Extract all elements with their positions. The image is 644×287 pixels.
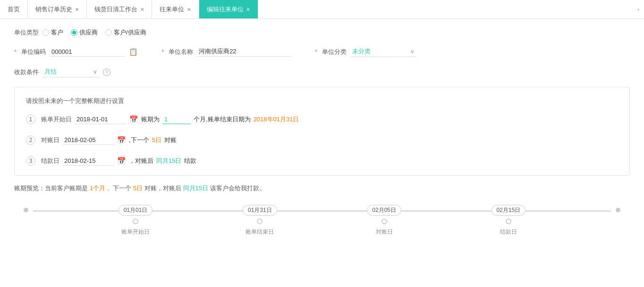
unit-category-select[interactable]: 未分类 ∨: [350, 46, 416, 57]
num-row-1: 1 账单开始日 📅 账期为 个月,账单结束日期为 2018年01月31日: [26, 115, 618, 124]
row1-period-input[interactable]: [162, 115, 191, 124]
tab-cash-workbench-label: 钱货日清工作台: [94, 5, 137, 14]
tab-sales-order[interactable]: 销售订单历史 ×: [28, 0, 87, 18]
row-content-2: 对账日 📅 ,下一个 5日 对账: [41, 135, 177, 145]
timeline-point-1: 01月01日 账单开始日: [119, 205, 153, 236]
row1-period-end: 2018年01月31日: [254, 115, 299, 124]
tab-cash-workbench-close[interactable]: ×: [140, 6, 144, 13]
form-row-unit-info: * 单位编码 📋 * 单位名称 * 单位分类 未分类 ∨: [14, 46, 630, 57]
timeline-label-4: 结款日: [500, 228, 517, 236]
timeline-dot-2: [257, 219, 263, 224]
form-group-unit-code: * 单位编码 📋: [14, 47, 138, 57]
unit-category-value: 未分类: [352, 47, 408, 56]
tab-edit-partner[interactable]: 编辑往来单位 ×: [199, 0, 258, 18]
timeline-points: 01月01日 账单开始日 01月31日 账单结束日 02月05日 对账日 02月…: [24, 205, 620, 236]
preview-prefix: 账期预览：当前客户账期是: [14, 185, 88, 192]
tab-expand-button[interactable]: ›: [633, 0, 644, 18]
radio-customer-supplier-circle: [105, 29, 112, 36]
timeline-label-3: 对账日: [376, 228, 393, 236]
radio-supplier[interactable]: 供应商: [71, 28, 98, 37]
payment-terms-chevron-icon: ∨: [93, 68, 97, 75]
preview-text1: 下一个: [113, 185, 131, 192]
row1-period-label: 账期为: [141, 115, 160, 124]
tab-sales-order-label: 销售订单历史: [35, 5, 72, 14]
preview-text: 账期预览：当前客户账期是 1个月， 下一个 5日 对账，对账后 同月15日 该客…: [14, 183, 630, 194]
unit-code-input[interactable]: [50, 47, 125, 57]
timeline-point-4: 02月15日 结款日: [491, 205, 526, 236]
tab-partner-units-close[interactable]: ×: [187, 6, 191, 13]
unit-code-calendar-icon[interactable]: 📋: [129, 48, 138, 56]
form-row-payment-terms: 收款条件 月结 ∨ ?: [14, 67, 630, 77]
form-group-unit-name: * 单位名称: [161, 47, 291, 57]
timeline-label-1: 账单开始日: [121, 228, 150, 236]
tab-cash-workbench[interactable]: 钱货日清工作台 ×: [87, 0, 152, 18]
row-num-1: 1: [26, 115, 35, 124]
tab-home-label: 首页: [8, 5, 20, 14]
timeline-pill-2: 01月31日: [243, 205, 277, 216]
timeline-dot-4: [506, 219, 511, 224]
radio-customer[interactable]: 客户: [42, 28, 63, 37]
form-row-unit-type: 单位类型 客户 供应商 客户/供应商: [14, 28, 630, 37]
form-group-payment-terms: 收款条件 月结 ∨ ?: [14, 67, 110, 77]
radio-supplier-label: 供应商: [79, 28, 98, 37]
row1-label: 账单开始日: [41, 115, 72, 124]
timeline-pill-1: 01月01日: [119, 205, 153, 216]
tab-edit-partner-close[interactable]: ×: [246, 6, 250, 13]
row-content-3: 结款日 📅 ，对账后 同月15日 结款: [41, 156, 196, 166]
tab-partner-units[interactable]: 往来单位 ×: [152, 0, 199, 18]
form-group-unit-category: * 单位分类 未分类 ∨: [315, 46, 416, 57]
row3-date-input[interactable]: [62, 156, 114, 166]
row1-date-input[interactable]: [75, 115, 127, 124]
main-content: 单位类型 客户 供应商 客户/供应商 * 单位编码: [0, 19, 644, 287]
radio-supplier-circle: [71, 29, 77, 36]
row-content-1: 账单开始日 📅 账期为 个月,账单结束日期为 2018年01月31日: [41, 115, 299, 124]
tab-bar: 首页 销售订单历史 × 钱货日清工作台 × 往来单位 × 编辑往来单位 × ›: [0, 0, 644, 19]
radio-customer-supplier[interactable]: 客户/供应商: [105, 28, 146, 37]
row1-period-unit: 个月,账单结束日期为: [194, 115, 251, 124]
preview-suffix: 该客户会给我打款。: [210, 185, 265, 192]
unit-category-star: *: [315, 48, 317, 55]
timeline-left-end: [24, 205, 28, 212]
tab-sales-order-close[interactable]: ×: [75, 6, 79, 13]
payment-terms-help-icon[interactable]: ?: [103, 68, 110, 76]
radio-customer-label: 客户: [51, 28, 63, 37]
unit-code-label: 单位编码: [21, 48, 46, 56]
timeline-pill-4: 02月15日: [491, 205, 526, 216]
payment-terms-label: 收款条件: [14, 68, 39, 76]
row3-suffix1: ，对账后: [129, 157, 153, 165]
expand-icon: ›: [637, 6, 639, 13]
row3-highlight: 同月15日: [156, 157, 181, 165]
tab-edit-partner-label: 编辑往来单位: [207, 5, 244, 14]
timeline-pill-3: 02月05日: [367, 205, 401, 216]
unit-code-star: *: [14, 48, 17, 55]
timeline-point-2: 01月31日 账单结束日: [243, 205, 277, 236]
row2-suffix1: ,下一个: [129, 136, 149, 144]
unit-name-star: *: [161, 48, 164, 55]
row2-calendar-icon[interactable]: 📅: [117, 136, 126, 144]
num-row-3: 3 结款日 📅 ，对账后 同月15日 结款: [26, 156, 618, 166]
radio-group-unit-type: 客户 供应商 客户/供应商: [42, 28, 146, 37]
section-instruction: 请按照未来的一个完整帐期进行设置: [26, 97, 618, 105]
row2-label: 对账日: [41, 136, 59, 144]
row3-suffix2: 结款: [184, 157, 196, 165]
row2-date-input[interactable]: [62, 135, 114, 145]
timeline-dot-3: [381, 219, 387, 224]
tab-partner-units-label: 往来单位: [160, 5, 184, 14]
timeline-left-dot: [24, 208, 28, 212]
radio-customer-supplier-label: 客户/供应商: [114, 28, 146, 37]
row3-calendar-icon[interactable]: 📅: [117, 157, 126, 165]
row2-highlight: 5日: [152, 136, 161, 144]
timeline-right-dot: [616, 208, 620, 212]
timeline-right-end: [616, 205, 620, 212]
preview-highlight2: 5日: [133, 185, 143, 192]
num-row-2: 2 对账日 📅 ,下一个 5日 对账: [26, 135, 618, 145]
row2-suffix2: 对账: [164, 136, 177, 144]
row1-calendar-icon[interactable]: 📅: [129, 115, 138, 124]
section-box: 请按照未来的一个完整帐期进行设置 1 账单开始日 📅 账期为 个月,账单结束日期…: [14, 87, 630, 176]
payment-terms-select[interactable]: 月结 ∨: [42, 67, 99, 77]
preview-highlight1: 1个月，: [90, 185, 111, 192]
tab-home[interactable]: 首页: [0, 0, 28, 18]
unit-category-label: 单位分类: [322, 48, 347, 56]
radio-customer-circle: [42, 29, 49, 36]
unit-name-input[interactable]: [197, 47, 291, 57]
